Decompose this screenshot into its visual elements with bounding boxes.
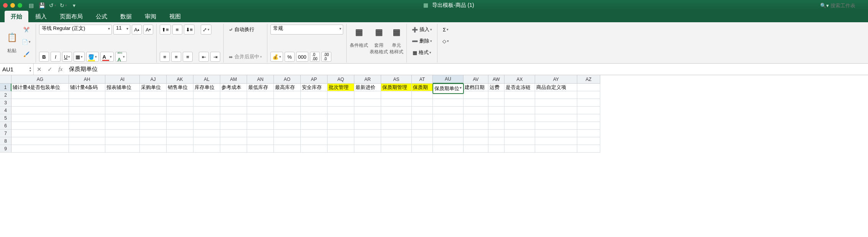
cell-AT8[interactable] (412, 137, 433, 145)
cell-AP6[interactable] (301, 122, 328, 130)
cell-AT4[interactable] (412, 107, 433, 114)
cell-AL1[interactable]: 库存单位 (193, 84, 220, 91)
cell-AJ6[interactable] (140, 122, 167, 130)
cell-AY2[interactable] (535, 91, 577, 99)
cell-AW1[interactable]: 运费 (488, 84, 504, 91)
row-header-8[interactable]: 8 (0, 137, 11, 145)
cell-AI5[interactable] (105, 114, 140, 122)
cell-AY5[interactable] (535, 114, 577, 122)
qat-customize-icon[interactable]: ▾ (70, 2, 77, 9)
cell-AV5[interactable] (463, 114, 488, 122)
cell-AZ5[interactable] (577, 114, 600, 122)
align-top-button[interactable]: ⬆≡ (160, 25, 171, 35)
cell-AG1[interactable]: 辅计量4是否包装单位 (11, 84, 69, 91)
cell-AJ7[interactable] (140, 130, 167, 137)
column-header-AV[interactable]: AV (463, 75, 488, 84)
cell-AX6[interactable] (504, 122, 535, 130)
cell-AV2[interactable] (463, 91, 488, 99)
cell-AS6[interactable] (381, 122, 412, 130)
cell-AN8[interactable] (247, 137, 274, 145)
cell-AI3[interactable] (105, 99, 140, 107)
search-box[interactable]: 🔍▾ (820, 3, 865, 8)
column-header-AO[interactable]: AO (274, 75, 301, 84)
cell-AY9[interactable] (535, 145, 577, 153)
cell-styles-button[interactable]: ▦ 单元 格样式 (390, 25, 403, 55)
cell-AJ1[interactable]: 采购单位 (140, 84, 167, 91)
cell-AO4[interactable] (274, 107, 301, 114)
column-header-AI[interactable]: AI (105, 75, 140, 84)
cell-AP4[interactable] (301, 107, 328, 114)
cell-AM7[interactable] (220, 130, 247, 137)
cell-AZ2[interactable] (577, 91, 600, 99)
cell-AR6[interactable] (354, 122, 381, 130)
cell-AZ8[interactable] (577, 137, 600, 145)
cell-AX9[interactable] (504, 145, 535, 153)
cell-AY7[interactable] (535, 130, 577, 137)
tab-页面布局[interactable]: 页面布局 (54, 11, 89, 22)
cell-AS4[interactable] (381, 107, 412, 114)
tab-插入[interactable]: 插入 (29, 11, 53, 22)
cell-AL6[interactable] (193, 122, 220, 130)
cell-AY3[interactable] (535, 99, 577, 107)
cell-AN7[interactable] (247, 130, 274, 137)
column-header-AT[interactable]: AT (412, 75, 433, 84)
cell-AV1[interactable]: 建档日期 (463, 84, 488, 91)
cell-AM4[interactable] (220, 107, 247, 114)
cell-AR7[interactable] (354, 130, 381, 137)
cell-AG8[interactable] (11, 137, 69, 145)
cell-AU9[interactable] (433, 145, 463, 153)
percent-button[interactable]: % (285, 52, 295, 62)
cell-AO3[interactable] (274, 99, 301, 107)
column-header-AG[interactable]: AG (11, 75, 69, 84)
cell-AL2[interactable] (193, 91, 220, 99)
cell-AW7[interactable] (488, 130, 504, 137)
increase-font-button[interactable]: A▴ (132, 25, 142, 35)
cell-AI8[interactable] (105, 137, 140, 145)
format-cells-button[interactable]: ▦ 格式▾ (410, 48, 434, 58)
cell-AI6[interactable] (105, 122, 140, 130)
cell-AP2[interactable] (301, 91, 328, 99)
cell-AH1[interactable]: 辅计量4条码 (69, 84, 105, 91)
cell-AG3[interactable] (11, 99, 69, 107)
row-header-3[interactable]: 3 (0, 99, 11, 107)
italic-button[interactable]: I (51, 52, 61, 62)
cell-AR4[interactable] (354, 107, 381, 114)
cancel-icon[interactable]: ✕ (34, 66, 44, 73)
cell-AV8[interactable] (463, 137, 488, 145)
cell-AU8[interactable] (433, 137, 463, 145)
cell-AZ6[interactable] (577, 122, 600, 130)
cell-AS7[interactable] (381, 130, 412, 137)
cell-AH9[interactable] (69, 145, 105, 153)
row-header-7[interactable]: 7 (0, 130, 11, 137)
decrease-font-button[interactable]: A▾ (143, 25, 153, 35)
autosum-button[interactable]: Σ▾ (441, 25, 451, 35)
cell-AY8[interactable] (535, 137, 577, 145)
zoom-window-button[interactable] (18, 3, 22, 8)
align-bottom-button[interactable]: ⬇≡ (184, 25, 195, 35)
column-header-AK[interactable]: AK (167, 75, 193, 84)
cell-AO2[interactable] (274, 91, 301, 99)
borders-button[interactable]: ▦▾ (74, 52, 85, 62)
cell-AQ3[interactable] (328, 99, 354, 107)
cell-AT9[interactable] (412, 145, 433, 153)
cell-AU7[interactable] (433, 130, 463, 137)
column-header-AQ[interactable]: AQ (328, 75, 354, 84)
cell-AX4[interactable] (504, 107, 535, 114)
delete-cells-button[interactable]: ➖ 删除▾ (410, 36, 434, 46)
cell-AI4[interactable] (105, 107, 140, 114)
cell-AW9[interactable] (488, 145, 504, 153)
column-header-AX[interactable]: AX (504, 75, 535, 84)
cell-AV9[interactable] (463, 145, 488, 153)
cell-AG4[interactable] (11, 107, 69, 114)
select-all-corner[interactable] (0, 75, 11, 84)
close-window-button[interactable] (3, 3, 8, 8)
align-middle-button[interactable]: ≡ (172, 25, 182, 35)
cell-AJ9[interactable] (140, 145, 167, 153)
cell-AM2[interactable] (220, 91, 247, 99)
column-header-AN[interactable]: AN (247, 75, 274, 84)
copy-button[interactable]: 📄▾ (20, 37, 33, 47)
cell-AQ7[interactable] (328, 130, 354, 137)
fill-color-button[interactable]: 🪣▾ (86, 52, 99, 62)
cell-AY1[interactable]: 商品自定义项 (535, 84, 577, 91)
cell-AV6[interactable] (463, 122, 488, 130)
